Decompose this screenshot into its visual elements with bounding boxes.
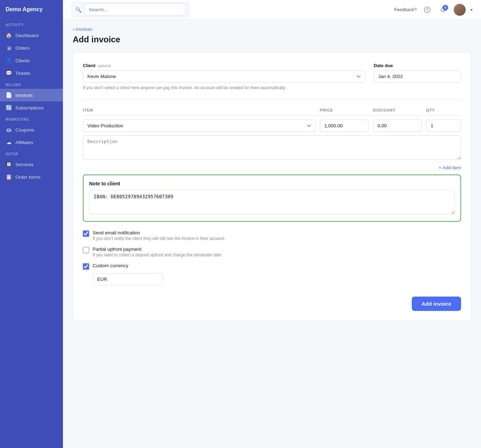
sidebar-item-label: Coupons — [15, 127, 34, 133]
sidebar-item-invoices[interactable]: 📄 Invoices — [0, 89, 63, 101]
date-due-label: Date due — [374, 63, 461, 68]
sidebar-item-label: Services — [15, 162, 34, 167]
main-content: 🔍 Feedback? ? 9 ▾ ‹ Invoices Add invoice — [63, 0, 481, 448]
sidebar-item-label: Tickets — [15, 71, 30, 76]
sidebar-item-tickets[interactable]: 💬 Tickets — [0, 67, 63, 79]
breadcrumb-arrow-icon: ‹ — [73, 27, 74, 32]
services-icon: 🔲 — [6, 161, 12, 168]
subscriptions-icon: 🔄 — [6, 105, 12, 111]
sidebar-section-activity: ACTIVITY — [0, 20, 63, 29]
search-box[interactable]: 🔍 — [71, 1, 190, 18]
page-content: ‹ Invoices Add invoice Client optional K… — [63, 20, 481, 448]
client-date-row: Client optional Kevin Malone If you don'… — [83, 63, 461, 91]
search-input[interactable] — [84, 3, 186, 16]
client-select[interactable]: Kevin Malone — [83, 70, 365, 83]
custom-currency-checkbox-item: Custom currency — [83, 263, 461, 270]
sidebar-item-label: Orders — [15, 45, 30, 51]
notifications-icon[interactable]: 9 — [438, 4, 449, 15]
invoices-icon: 📄 — [6, 92, 12, 98]
item-select[interactable]: Video Production — [83, 120, 316, 132]
sidebar-item-label: Subscriptions — [15, 105, 44, 111]
breadcrumb-parent: Invoices — [76, 27, 92, 32]
note-textarea[interactable] — [89, 190, 455, 214]
col-discount: DISCOUNT — [373, 108, 422, 112]
sidebar-item-label: Invoices — [15, 93, 33, 98]
notification-count: 9 — [443, 5, 448, 10]
topbar-right: Feedback? ? 9 ▾ — [394, 4, 473, 16]
sidebar-section-marketing: MARKETING — [0, 114, 63, 123]
date-due-input[interactable] — [374, 70, 461, 83]
partial-upfront-row: Partial upfront payment If you want to c… — [83, 247, 461, 257]
sidebar-section-billing: BILLING — [0, 79, 63, 89]
avatar[interactable] — [454, 4, 466, 16]
topbar: 🔍 Feedback? ? 9 ▾ — [63, 0, 481, 20]
sidebar-item-label: Clients — [15, 58, 30, 63]
dashboard-icon: 🏠 — [6, 32, 12, 38]
submit-row: Add invoice — [83, 297, 461, 311]
send-email-row: Send email notification If you don't not… — [83, 230, 461, 241]
order-forms-icon: 📋 — [6, 174, 12, 180]
send-email-hint: If you don't notify the client they will… — [93, 236, 225, 241]
custom-currency-row: Custom currency — [83, 263, 461, 285]
client-optional: optional — [98, 64, 111, 68]
search-icon: 🔍 — [76, 7, 81, 13]
avatar-chevron-icon[interactable]: ▾ — [471, 7, 473, 12]
sidebar-item-label: Affiliates — [15, 140, 33, 145]
qty-input[interactable] — [426, 120, 461, 132]
items-section: ITEM PRICE DISCOUNT QTY Video Production — [83, 108, 461, 172]
affiliates-icon: ☁ — [6, 139, 12, 145]
date-due-field-group: Date due — [374, 63, 461, 83]
partial-upfront-hint: If you want to collect a deposit upfront… — [93, 253, 223, 257]
divider-1 — [83, 99, 461, 100]
add-invoice-button[interactable]: Add invoice — [412, 297, 461, 311]
clients-icon: 👤 — [6, 57, 12, 64]
orders-icon: 🖥 — [6, 45, 12, 51]
sidebar-item-services[interactable]: 🔲 Services — [0, 158, 63, 171]
partial-upfront-checkbox[interactable] — [83, 247, 89, 253]
app-logo: Demo Agency — [0, 0, 63, 20]
svg-text:?: ? — [426, 8, 429, 12]
discount-input[interactable] — [373, 120, 422, 132]
price-input[interactable] — [320, 120, 369, 132]
sidebar-item-label: Order forms — [15, 175, 41, 180]
sidebar-item-orders[interactable]: 🖥 Orders — [0, 42, 63, 54]
sidebar-item-dashboard[interactable]: 🏠 Dashboard — [0, 29, 63, 42]
custom-currency-checkbox[interactable] — [83, 263, 89, 270]
form-card: Client optional Kevin Malone If you don'… — [73, 52, 471, 321]
sidebar-item-affiliates[interactable]: ☁ Affiliates — [0, 136, 63, 149]
partial-upfront-label[interactable]: Partial upfront payment — [93, 247, 223, 252]
description-textarea[interactable] — [83, 135, 461, 160]
feedback-button[interactable]: Feedback? — [394, 7, 417, 12]
sidebar-item-label: Dashboard — [15, 33, 38, 38]
send-email-checkbox[interactable] — [83, 230, 89, 237]
client-field-group: Client optional Kevin Malone If you don'… — [83, 63, 365, 91]
partial-upfront-checkbox-item: Partial upfront payment If you want to c… — [83, 247, 461, 257]
client-label: Client optional — [83, 63, 365, 68]
item-row: Video Production — [83, 120, 461, 132]
items-header: ITEM PRICE DISCOUNT QTY — [83, 108, 461, 115]
sidebar-item-clients[interactable]: 👤 Clients — [0, 54, 63, 67]
item-select-wrap: Video Production — [83, 120, 316, 132]
currency-input[interactable] — [93, 273, 163, 285]
description-row — [83, 135, 461, 161]
col-price: PRICE — [320, 108, 369, 112]
help-icon[interactable]: ? — [422, 4, 433, 15]
sidebar-section-setup: SETUP — [0, 149, 63, 158]
send-email-checkbox-item: Send email notification If you don't not… — [83, 230, 461, 241]
sidebar-item-order-forms[interactable]: 📋 Order forms — [0, 171, 63, 183]
tickets-icon: 💬 — [6, 70, 12, 76]
add-item-link[interactable]: + Add item — [83, 161, 461, 172]
note-to-client-section: Note to client — [83, 175, 461, 222]
coupons-icon: 🎟 — [6, 127, 12, 133]
send-email-label[interactable]: Send email notification — [93, 230, 225, 235]
sidebar: Demo Agency ACTIVITY 🏠 Dashboard 🖥 Order… — [0, 0, 63, 448]
client-hint: If you don't select a client here anyone… — [83, 85, 365, 91]
breadcrumb[interactable]: ‹ Invoices — [73, 27, 471, 32]
col-qty: QTY — [426, 108, 461, 112]
note-label: Note to client — [89, 181, 455, 186]
custom-currency-label[interactable]: Custom currency — [93, 263, 128, 268]
sidebar-item-coupons[interactable]: 🎟 Coupons — [0, 123, 63, 136]
page-title: Add invoice — [73, 35, 471, 44]
sidebar-item-subscriptions[interactable]: 🔄 Subscriptions — [0, 101, 63, 114]
col-item: ITEM — [83, 108, 316, 112]
